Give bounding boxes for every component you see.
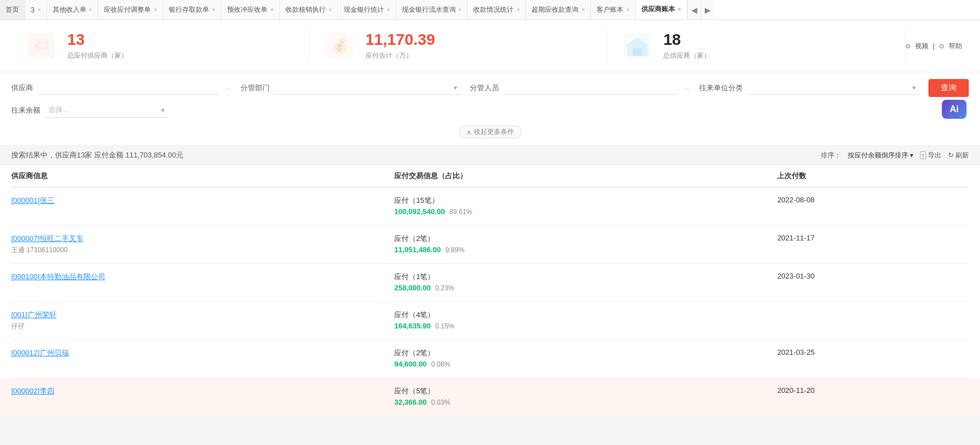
refresh-button[interactable]: ↻ 刷新 — [948, 151, 969, 160]
nav-tab-bank-close[interactable]: × — [212, 7, 215, 13]
nav-tab-cash-bank-flow-close[interactable]: × — [459, 7, 462, 13]
tx-amount-4[interactable]: 94,600.00 — [394, 360, 427, 368]
filter-item-balance: 往来余额 选择... ▾ — [11, 103, 168, 118]
video-icon: ⊙ — [905, 43, 910, 50]
svg-text:💰: 💰 — [331, 36, 349, 54]
nav-tab-prepay[interactable]: 预收冲应收单 × — [221, 0, 280, 20]
search-button[interactable]: 查询 — [928, 79, 969, 97]
tx-amount-2[interactable]: 258,000.00 — [394, 284, 431, 292]
table-row: [001]广州荣轩 仔仔 应付（4笔） 164,635.90 0.15% — [11, 302, 969, 340]
nav-tab-cash-bank-stat-close[interactable]: × — [387, 7, 390, 13]
tx-percent-3: 0.15% — [435, 322, 454, 330]
nav-tab-supplier-ledger[interactable]: 供应商账本 × — [636, 0, 687, 20]
tx-label-2: 应付（1笔） — [394, 272, 434, 282]
nav-tab-home[interactable]: 首页 — [0, 0, 25, 20]
nav-tab-customer-ledger[interactable]: 客户账本 × — [591, 0, 636, 20]
nav-prev-arrow[interactable]: ◀ — [687, 0, 701, 20]
nav-tab-payment-stat-close[interactable]: × — [516, 7, 520, 13]
nav-tab-other-income-label: 其他收入单 — [53, 5, 86, 15]
nav-tab-supplier-ledger-close[interactable]: × — [678, 6, 681, 12]
nav-tab-customer-ledger-close[interactable]: × — [626, 7, 630, 13]
nav-tab-other-income[interactable]: 其他收入单 × — [47, 0, 99, 20]
date-cell-1: 2021-11-17 — [777, 234, 969, 242]
nav-tab-payment-stat[interactable]: 收款情况统计 × — [468, 0, 526, 20]
help-link[interactable]: 帮助 — [949, 41, 962, 51]
nav-next-arrow[interactable]: ▶ — [701, 0, 714, 20]
collapse-button[interactable]: ∧ 收起更多条件 — [459, 126, 521, 138]
supplier-cell-3: [001]广州荣轩 仔仔 — [11, 310, 394, 331]
dept-select[interactable]: ▾ — [274, 81, 461, 95]
nav-tab-3[interactable]: 3 × — [25, 0, 47, 20]
summary-label-suppliers: 总供应商（家） — [663, 51, 710, 61]
summary-number-payable: 13 — [67, 31, 128, 49]
top-navigation: 首页 3 × 其他收入单 × 应收应付调整单 × 银行存取款单 × 预收冲应收单… — [0, 0, 980, 20]
nav-tab-3-close[interactable]: × — [38, 7, 41, 13]
supplier-sub-3: 仔仔 — [11, 322, 394, 331]
supplier-link-5[interactable]: [000002]李四 — [11, 386, 394, 396]
nav-tab-ar-ap-adjust-label: 应收应付调整单 — [104, 5, 151, 15]
supplier-link-3[interactable]: [001]广州荣轩 — [11, 310, 394, 320]
date-cell-0: 2022-08-08 — [777, 196, 969, 204]
balance-placeholder: 选择... — [48, 105, 69, 115]
person-label: 分管人员 — [470, 83, 499, 93]
refresh-label: 刷新 — [955, 151, 969, 160]
nav-tab-customer-ledger-label: 客户账本 — [597, 5, 623, 15]
balance-label: 往来余额 — [11, 105, 40, 115]
filter-row-2: 往来余额 选择... ▾ — [11, 103, 969, 118]
sort-label: 排序： — [821, 151, 841, 160]
nav-tab-prepay-label: 预收冲应收单 — [227, 5, 267, 15]
supplier-link-4[interactable]: [000012]广州贝瑞 — [11, 348, 394, 358]
sort-chevron-down-icon: ▾ — [910, 151, 913, 159]
date-cell-2: 2023-01-30 — [777, 272, 969, 280]
nav-tab-other-income-close[interactable]: × — [89, 7, 93, 13]
nav-tab-ar-ap-adjust-close[interactable]: × — [154, 7, 157, 13]
table-row: [000007]恒旺二手叉车 王通 17106110000 应付（2笔） 11,… — [11, 226, 969, 264]
summary-card-total-payable: 💰 11,170.39 应付合计（万） — [309, 29, 608, 63]
category-chevron-down-icon: ▾ — [912, 84, 916, 92]
tx-amount-row-0: 100,092,540.00 89.61% — [394, 207, 777, 216]
tx-row-0: 应付（15笔） — [394, 196, 777, 206]
supplier-link-2[interactable]: [000100]本特勤油品有限公司 — [11, 272, 394, 282]
tx-amount-3[interactable]: 164,635.90 — [394, 322, 431, 330]
summary-info-total-amount: 11,170.39 应付合计（万） — [366, 31, 436, 61]
nav-tab-overdue[interactable]: 超期应收款查询 × — [526, 0, 591, 20]
filter-item-supplier: 供应商 ··· — [11, 81, 232, 95]
supplier-link-1[interactable]: [000007]恒旺二手叉车 — [11, 234, 394, 244]
nav-tab-supplier-ledger-label: 供应商账本 — [641, 4, 675, 14]
person-dots-icon[interactable]: ··· — [684, 84, 690, 92]
summary-info-payable: 13 总应付供应商（家） — [67, 31, 128, 61]
person-input[interactable] — [503, 81, 677, 95]
nav-tab-cash-bank-stat[interactable]: 现金银行统计 × — [338, 0, 396, 20]
tx-amount-row-4: 94,600.00 0.08% — [394, 360, 777, 368]
export-icon: ↑ — [920, 151, 927, 159]
tx-amount-1[interactable]: 11,051,486.00 — [394, 245, 441, 254]
svg-text:🏷: 🏷 — [34, 37, 49, 54]
dept-label: 分管部门 — [241, 83, 270, 93]
tx-amount-5[interactable]: 32,366.00 — [394, 398, 427, 406]
tx-amount-row-2: 258,000.00 0.23% — [394, 284, 777, 292]
table-header: 供应商信息 应付交易信息（占比） 上次付数 — [11, 165, 969, 188]
ai-badge[interactable]: Ai — [942, 100, 967, 119]
nav-tab-overdue-close[interactable]: × — [581, 7, 585, 13]
tx-cell-1: 应付（2笔） 11,051,486.00 9.89% — [394, 234, 777, 256]
tx-amount-0[interactable]: 100,092,540.00 — [394, 207, 445, 216]
nav-tab-collection-close[interactable]: × — [329, 7, 332, 13]
nav-tab-ar-ap-adjust[interactable]: 应收应付调整单 × — [98, 0, 163, 20]
category-select[interactable]: ▾ — [747, 81, 919, 95]
supplier-dots-icon[interactable]: ··· — [225, 84, 232, 92]
summary-icon-amount: 💰 — [323, 29, 357, 63]
video-link[interactable]: 视频 — [915, 41, 928, 51]
supplier-link-0[interactable]: [000001]张三 — [11, 196, 394, 206]
nav-tab-cash-bank-flow[interactable]: 现金银行流水查询 × — [396, 0, 468, 20]
tx-row-2: 应付（1笔） — [394, 272, 777, 282]
export-button[interactable]: ↑ 导出 — [920, 151, 942, 160]
nav-tab-bank[interactable]: 银行存取款单 × — [163, 0, 221, 20]
tx-cell-5: 应付（5笔） 32,366.00 0.03% — [394, 386, 777, 408]
filter-section: 供应商 ··· 分管部门 ▾ 分管人员 ··· 往来单位分类 ▾ 查询 — [0, 72, 980, 146]
tx-label-3: 应付（4笔） — [394, 310, 434, 320]
balance-select[interactable]: 选择... ▾ — [45, 103, 168, 118]
nav-tab-collection[interactable]: 收款核销执行 × — [280, 0, 338, 20]
sort-button[interactable]: 按应付余额倒序排序 ▾ — [848, 151, 913, 160]
supplier-input[interactable] — [38, 81, 219, 95]
nav-tab-prepay-close[interactable]: × — [270, 7, 274, 13]
